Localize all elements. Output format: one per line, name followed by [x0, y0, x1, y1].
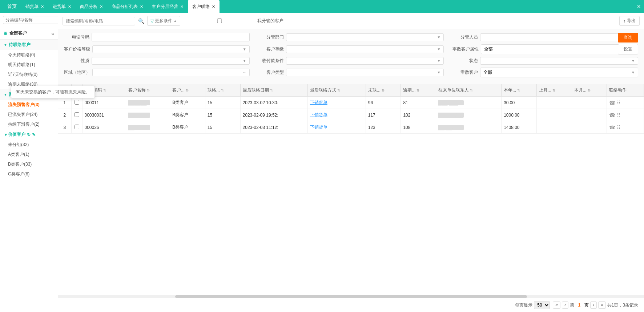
tab-analysis[interactable]: 商品分析 ✕: [76, 0, 107, 13]
sidebar-item-class-c[interactable]: C类客户(6): [0, 169, 58, 179]
first-page-btn[interactable]: «: [553, 301, 560, 309]
th-contact-person[interactable]: 往来单位联系人 ⇅: [436, 84, 502, 97]
sidebar-item-class-a[interactable]: A类客户(1): [0, 150, 58, 159]
cell-overdue-0: 81: [401, 97, 436, 109]
filter-customer-type-label: 客户类型: [258, 69, 284, 76]
export-btn[interactable]: ↑ 导出: [619, 16, 640, 26]
filter-nature-label: 性质: [64, 58, 89, 64]
cell-checkbox-1[interactable]: [71, 109, 82, 121]
filter-customer-tier-label: 客户等级: [258, 46, 284, 52]
filter-phone-input[interactable]: [92, 33, 250, 41]
scrollbar-thumb[interactable]: [175, 295, 527, 298]
toolbar-search-icon[interactable]: 🔍: [138, 18, 144, 24]
action-more-2[interactable]: ⠿: [617, 125, 620, 130]
cell-actions-1: ☎ ⠿: [607, 109, 644, 121]
close-tab-analysis[interactable]: ✕: [100, 4, 103, 9]
filter-customer-type-select[interactable]: ▼: [286, 69, 444, 76]
sidebar-item-7days[interactable]: 近7天待联络(0): [0, 70, 58, 80]
sidebar-item-churned[interactable]: 已流失客户(24): [0, 110, 58, 119]
sidebar-group-value-title[interactable]: ▼ 价值客户 ↻ ✎: [0, 129, 58, 140]
th-overdue[interactable]: 逾期... ⇅: [401, 84, 436, 97]
sidebar-item-tomorrow[interactable]: 明天待联络(1): [0, 60, 58, 70]
refresh-icon[interactable]: ↻: [27, 132, 31, 137]
close-tab-purchase[interactable]: ✕: [68, 4, 71, 9]
my-customers-checkbox[interactable]: [183, 19, 256, 23]
filter-region-select[interactable]: ···: [92, 69, 250, 76]
cell-last-method-0[interactable]: 下销货单: [307, 97, 366, 109]
filter-retail-customer-select[interactable]: 全部 ▼: [480, 68, 638, 77]
action-contact-0[interactable]: ☎: [609, 100, 615, 106]
per-page-select[interactable]: 50: [534, 301, 550, 309]
filter-price-tier: 客户价格等级 ▼: [64, 45, 250, 53]
cell-last-method-2[interactable]: 下销货单: [307, 121, 366, 134]
page-label: 页: [584, 302, 589, 308]
tab-customer-tier[interactable]: 客户分层经营 ✕: [148, 0, 188, 13]
close-tab-customer-contact[interactable]: ✕: [212, 4, 215, 9]
horizontal-scrollbar[interactable]: [58, 295, 644, 298]
cell-checkbox-2[interactable]: [71, 121, 82, 134]
action-contact-2[interactable]: ☎: [609, 125, 615, 130]
filter-customer-tier-select[interactable]: ▼: [286, 45, 444, 53]
edit-icon[interactable]: ✎: [32, 132, 36, 137]
query-btn[interactable]: 查询: [618, 33, 638, 42]
th-no-contact[interactable]: 未联... ⇅: [366, 84, 401, 97]
cell-last-method-1[interactable]: 下销货单: [307, 109, 366, 121]
sidebar-item-declining[interactable]: 持续下滑客户(2): [0, 119, 58, 129]
th-contact[interactable]: 联络... ⇅: [205, 84, 240, 97]
action-more-0[interactable]: ⠿: [617, 100, 620, 106]
close-tab-customer-tier[interactable]: ✕: [180, 4, 184, 9]
filter-dept-select[interactable]: ▼: [286, 33, 444, 41]
filter-retail-attr-select[interactable]: 全部 ▼: [481, 44, 638, 54]
close-tab-analysis-list[interactable]: ✕: [140, 4, 143, 9]
th-last-contact-method[interactable]: 最后联络方式 ⇅: [307, 84, 366, 97]
th-last-month[interactable]: 上月... ⇅: [536, 84, 572, 97]
sidebar-group-pending: ▼ 待联络客户 今天待联络(0) 明天待联络(1) 近7天待联络(0) 逾期未联…: [0, 40, 58, 89]
sidebar-item-today[interactable]: 今天待联络(0): [0, 50, 58, 60]
next-page-btn[interactable]: ›: [590, 301, 597, 309]
sidebar-search-input[interactable]: [3, 16, 58, 24]
cell-name-2: ██: [126, 121, 170, 134]
filter-price-tier-select[interactable]: ▼: [92, 45, 250, 53]
price-tier-arrow-icon: ▼: [243, 47, 246, 51]
tab-customer-contact[interactable]: 客户联络 ✕: [188, 0, 220, 13]
sidebar-search-area: 🔍: [0, 13, 58, 27]
filter-nature-select[interactable]: ▼: [92, 57, 250, 65]
sidebar-item-class-b[interactable]: B类客户(33): [0, 159, 58, 169]
window-close[interactable]: ✕: [637, 4, 641, 9]
cell-last-date-1: 2023-02-09 19:52:: [240, 109, 307, 121]
th-this-month[interactable]: 本月... ⇅: [572, 84, 607, 97]
filter-status-select[interactable]: ▼: [480, 57, 638, 65]
current-page-num: 1: [576, 303, 583, 308]
sidebar-group-pending-title[interactable]: ▼ 待联络客户: [0, 40, 58, 50]
my-customers-checkbox-label[interactable]: 我分管的客户: [183, 18, 283, 24]
sidebar-item-churn-warning[interactable]: 流失预警客户(3): [0, 100, 58, 110]
more-filter-btn[interactable]: ▽ 更多条件 ▲: [147, 16, 180, 26]
filter-person-select[interactable]: ···: [480, 33, 638, 41]
prev-page-btn[interactable]: ‹: [562, 301, 568, 309]
sidebar-collapse-btn[interactable]: «: [51, 31, 54, 36]
cell-index-1: 2: [58, 109, 71, 121]
action-more-1[interactable]: ⠿: [617, 112, 620, 118]
th-this-year[interactable]: 本年... ⇅: [502, 84, 537, 97]
arrow-icon-return: ▼: [4, 93, 7, 97]
tab-analysis-list[interactable]: 商品分析列表 ✕: [107, 0, 148, 13]
tab-purchase[interactable]: 进货单 ✕: [48, 0, 76, 13]
close-tab-sales[interactable]: ✕: [41, 4, 44, 9]
th-last-contact-date[interactable]: 最后联络日期 ⇅: [240, 84, 307, 97]
region-more-icon: ···: [243, 70, 246, 74]
tab-home[interactable]: 首页: [3, 3, 21, 10]
search-input[interactable]: [63, 17, 135, 25]
sidebar-item-ungroup[interactable]: 未分组(32): [0, 140, 58, 150]
th-type[interactable]: 客户... ⇅: [170, 84, 205, 97]
settings-btn[interactable]: 设置: [618, 44, 638, 54]
filter-payment-select[interactable]: ▼: [286, 57, 444, 65]
sort-overdue-icon: ⇅: [416, 88, 419, 92]
current-page-label: 第: [570, 302, 574, 308]
last-page-btn[interactable]: »: [598, 301, 606, 309]
action-contact-1[interactable]: ☎: [609, 112, 615, 118]
th-name[interactable]: 客户名称 ⇅: [126, 84, 170, 97]
filter-phone: 电话号码: [64, 33, 250, 41]
total-label: 共1页，3条记录: [607, 302, 638, 308]
tab-sales[interactable]: 销货单 ✕: [21, 0, 48, 13]
retail-customer-arrow-icon: ▼: [631, 70, 635, 74]
